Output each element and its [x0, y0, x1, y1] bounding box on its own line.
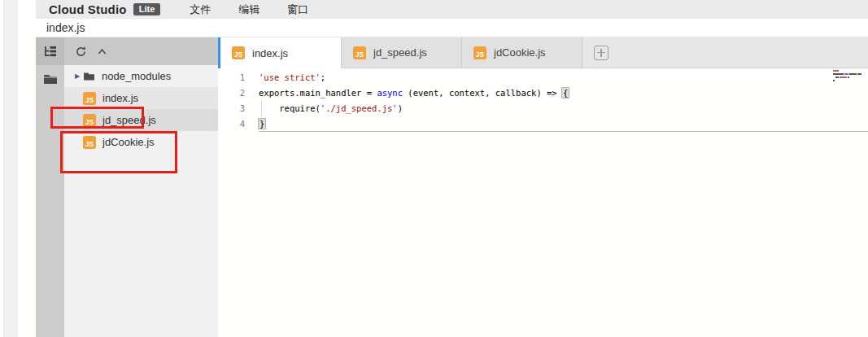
plus-box-icon[interactable] [594, 46, 608, 60]
tab-jd-speed-js[interactable]: JSjd_speed.js [342, 37, 462, 68]
js-file-icon: JS [232, 46, 245, 59]
folder-icon [83, 72, 95, 81]
activity-folder-icon[interactable] [36, 65, 64, 93]
code-line-2[interactable]: 2exports.main_handler = async (event, co… [218, 85, 868, 101]
refresh-icon[interactable] [71, 42, 90, 61]
line-number: 1 [218, 70, 259, 85]
tree-item-label: index.js [103, 92, 138, 104]
new-tab-cell [582, 37, 620, 68]
file-explorer-panel: ▶node_modulesJSindex.jsJSjd_speed.jsJSjd… [64, 37, 218, 337]
minimap-segment [835, 77, 839, 78]
minimap-segment [848, 77, 849, 78]
code-editor[interactable]: 1'use strict';2exports.main_handler = as… [218, 68, 868, 337]
menu-items: 文件编辑窗口 [190, 1, 336, 19]
tab-label: jd_speed.js [373, 46, 427, 59]
tree-item-index-js[interactable]: JSindex.js [64, 87, 218, 109]
minimap-line [833, 77, 867, 78]
tab-index-js[interactable]: JSindex.js [218, 37, 342, 68]
menu-item-1[interactable]: 编辑 [238, 1, 260, 19]
tab-label: jdCookie.js [494, 46, 546, 59]
minimap-segment [833, 73, 844, 75]
code-token-plain: exports.main_handler = [259, 88, 377, 98]
tree-item-label: node_modules [102, 70, 171, 82]
code-token-string: './jd_speed.js' [321, 103, 398, 113]
explorer-toolbar [64, 37, 218, 65]
editor-region: JSindex.jsJSjd_speed.jsJSjdCookie.js 1'u… [218, 37, 868, 337]
minimap-segment [840, 77, 847, 78]
menu-item-2[interactable]: 窗口 [287, 1, 308, 19]
minimap[interactable] [833, 70, 867, 83]
annotation-red-box-1 [50, 107, 144, 129]
annotation-red-box-2 [60, 131, 177, 173]
code-line-3[interactable]: 3 require('./jd_speed.js') [218, 101, 868, 116]
code-lines: 1'use strict';2exports.main_handler = as… [218, 70, 868, 132]
line-content: 'use strict'; [259, 70, 868, 85]
line-content: exports.main_handler = async (event, con… [259, 85, 868, 101]
code-token-plain: ; [321, 72, 325, 82]
minimap-segment [857, 73, 861, 75]
js-file-icon: JS [83, 92, 96, 105]
main-area: ▶node_modulesJSindex.jsJSjd_speed.jsJSjd… [36, 37, 868, 337]
app-window: Cloud Studio Lite 文件编辑窗口 index.js [0, 0, 868, 337]
minimap-segment [849, 73, 857, 75]
minimap-segment [844, 73, 848, 75]
minimap-segment [833, 80, 835, 81]
line-content: } [259, 116, 868, 132]
minimap-line [833, 80, 867, 81]
line-number: 3 [218, 101, 259, 116]
tree-item-node-modules[interactable]: ▶node_modules [64, 65, 218, 87]
code-line-1[interactable]: 1'use strict'; [218, 70, 868, 85]
lite-badge: Lite [133, 3, 161, 15]
expand-arrow-icon[interactable]: ▶ [72, 72, 83, 80]
top-menu-bar: Cloud Studio Lite 文件编辑窗口 [36, 0, 868, 19]
tab-bar: JSindex.jsJSjd_speed.jsJSjdCookie.js [218, 37, 868, 68]
tab-label: index.js [252, 47, 288, 59]
js-file-icon: JS [473, 46, 486, 59]
code-token-plain: require( [259, 103, 321, 113]
code-token-bracket: { [561, 87, 569, 98]
line-content: require('./jd_speed.js') [259, 101, 868, 116]
line-number: 2 [218, 85, 259, 101]
code-token-keyword: async [377, 88, 403, 98]
page-scrollbar[interactable] [3, 0, 18, 337]
breadcrumb: index.js [36, 19, 868, 37]
menu-item-0[interactable]: 文件 [190, 1, 211, 19]
indent-guide [261, 101, 262, 116]
code-line-4[interactable]: 4} [218, 116, 868, 132]
app-title: Cloud Studio [49, 2, 127, 16]
code-token-plain: (event, context, callback) => [403, 88, 562, 98]
activity-bar [36, 37, 64, 337]
js-file-icon: JS [353, 46, 366, 59]
breadcrumb-filename: index.js [46, 21, 85, 34]
activity-file-tree-icon[interactable] [36, 37, 64, 65]
minimap-line [833, 70, 867, 72]
collapse-icon[interactable] [92, 42, 111, 61]
code-token-bracket: } [258, 118, 266, 129]
code-token-plain: ) [398, 103, 403, 113]
minimap-line [833, 73, 867, 75]
code-token-string: 'use strict' [259, 72, 321, 82]
line-number: 4 [218, 116, 259, 132]
tab-jdcookie-js[interactable]: JSjdCookie.js [462, 37, 582, 68]
minimap-segment [833, 70, 839, 72]
